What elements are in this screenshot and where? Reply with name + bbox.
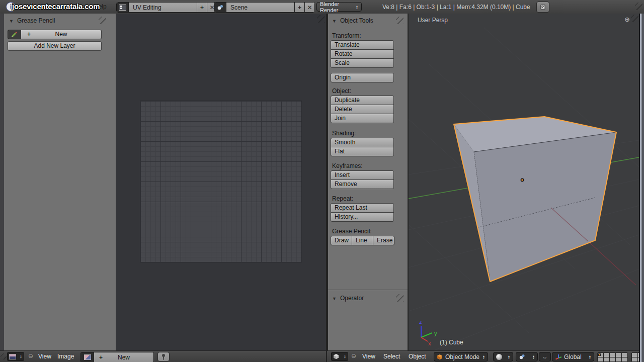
join-button[interactable]: Join <box>331 114 394 123</box>
repeat-last-button[interactable]: Repeat Last <box>331 203 394 213</box>
layer-buttons-group-1[interactable] <box>597 352 628 362</box>
gizmo-x-label: x <box>428 340 431 346</box>
transform-orientation-dropdown[interactable]: Global ▲▼ <box>552 352 594 361</box>
operator-panel-header[interactable]: ▼Operator <box>332 295 364 302</box>
smooth-button[interactable]: Smooth <box>331 138 394 147</box>
uv-footer-corner-grip[interactable] <box>1 353 7 359</box>
scene-name-field[interactable]: Scene <box>226 3 294 12</box>
translate-button[interactable]: Translate <box>331 40 394 50</box>
image-icon <box>84 354 91 360</box>
window-duplicate-button[interactable] <box>536 2 549 13</box>
object-tools-panel-header[interactable]: ▼Object Tools <box>332 17 373 24</box>
workspace-selector[interactable]: UV Editing + ✕ <box>116 2 217 13</box>
keyframes-section-label: Keyframes: <box>332 162 363 169</box>
editor-type-button-3d[interactable]: ▲▼ <box>331 352 348 361</box>
workspace-name-field[interactable]: UV Editing <box>128 3 197 12</box>
editor-type-button-image[interactable]: ▲▼ <box>7 352 24 361</box>
add-new-layer-button[interactable]: Add New Layer <box>8 41 102 51</box>
plus-icon: + <box>27 30 31 39</box>
pin-icon <box>160 353 167 360</box>
operator-panel-grip[interactable] <box>396 294 404 302</box>
delete-button[interactable]: Delete <box>331 105 394 114</box>
uv-image-editor-canvas[interactable] <box>116 14 326 350</box>
scene-stats: Ve:8 | Fa:6 | Ob:1-3 | La:1 | Mem:4.32M … <box>382 4 530 11</box>
grease-pencil-panel-header[interactable]: ▼Grease Pencil <box>9 17 55 24</box>
viewport-footer: ▲▼ ⊖ View Select Object Object Mode ▲▼ ▲… <box>326 350 644 362</box>
object-tools-panel-grip[interactable] <box>396 17 404 24</box>
layer-cell[interactable] <box>632 357 637 361</box>
gp-line-button[interactable]: Line <box>352 236 373 245</box>
add-scene-button[interactable]: + <box>294 3 304 12</box>
close-scene-button[interactable]: ✕ <box>304 3 314 12</box>
info-header: i Help josevicentecarratala.com UV Editi… <box>0 0 644 14</box>
add-workspace-button[interactable]: + <box>197 3 207 12</box>
history-button[interactable]: History... <box>331 212 394 222</box>
vp-view-menu[interactable]: View <box>360 351 377 362</box>
screen-layout-icon[interactable] <box>117 3 128 12</box>
layer-cell[interactable] <box>616 357 621 361</box>
panel-separator <box>328 290 408 290</box>
new-image-button[interactable]: + New <box>94 352 153 362</box>
origin-button[interactable]: Origin <box>331 73 394 82</box>
pivot-point-dropdown[interactable]: ▲▼ <box>516 352 538 361</box>
layer-cell[interactable] <box>604 357 609 361</box>
dropdown-arrows-icon: ▲▼ <box>530 355 535 359</box>
dropdown-arrows-icon: ▲▼ <box>353 5 358 9</box>
uv-view-menu[interactable]: View <box>36 351 53 362</box>
collapse-menus-icon[interactable]: ⊖ <box>28 352 33 359</box>
layer-cell[interactable] <box>632 353 637 357</box>
layer-cell[interactable] <box>610 353 615 357</box>
layer-cell-active[interactable] <box>598 353 603 357</box>
cube-object[interactable] <box>454 117 616 282</box>
gp-draw-button[interactable]: Draw <box>331 236 352 245</box>
layer-cell[interactable] <box>598 357 603 361</box>
remove-keyframe-button[interactable]: Remove <box>331 179 394 189</box>
proportional-edit-button[interactable]: ⇔ <box>539 352 551 361</box>
gizmo-y-label: y <box>434 330 437 336</box>
grease-pencil-new-button[interactable]: + New <box>21 30 102 39</box>
collapse-menus-icon[interactable]: ⊖ <box>351 352 356 359</box>
grease-pencil-panel-grip[interactable] <box>99 17 106 24</box>
insert-keyframe-button[interactable]: Insert <box>331 170 394 180</box>
window-icon <box>540 4 546 10</box>
grease-pencil-shelf: ▼Grease Pencil + New Add New Layer <box>4 14 116 350</box>
uv-image-menu[interactable]: Image <box>55 351 76 362</box>
image-editor-icon <box>9 354 16 359</box>
duplicate-button[interactable]: Duplicate <box>331 96 394 105</box>
layer-cell[interactable] <box>622 353 627 357</box>
pin-image-button[interactable] <box>157 352 170 361</box>
layer-cell[interactable] <box>604 353 609 357</box>
vp-select-menu[interactable]: Select <box>381 351 402 362</box>
transform-section-label: Transform: <box>332 32 361 39</box>
panel-collapse-icon[interactable]: ▼ <box>332 296 337 301</box>
gp-erase-button[interactable]: Erase <box>373 236 394 245</box>
object-section-label: Object: <box>332 87 351 95</box>
header-corner-grip[interactable] <box>635 3 642 10</box>
scale-button[interactable]: Scale <box>331 58 394 68</box>
uv-editor-corner-grip[interactable] <box>317 15 325 23</box>
layer-cell[interactable] <box>610 357 615 361</box>
panel-collapse-icon[interactable]: ▼ <box>9 19 14 24</box>
rotate-button[interactable]: Rotate <box>331 49 394 59</box>
layer-cell[interactable] <box>622 357 627 361</box>
active-layer-dot <box>598 353 601 356</box>
viewport-3d[interactable]: z y x User Persp ⊕ (1) Cube <box>409 14 639 350</box>
scene-icon[interactable] <box>214 3 226 12</box>
add-properties-region-icon[interactable]: ⊕ <box>624 16 630 23</box>
flat-button[interactable]: Flat <box>331 147 394 156</box>
uv-editor-footer: ▲▼ ⊖ View Image + New <box>0 350 326 362</box>
viewport-corner-grip[interactable] <box>631 15 638 22</box>
vp-object-menu[interactable]: Object <box>407 351 428 362</box>
proportional-edit-icon: ⇔ <box>542 354 548 360</box>
grease-pencil-draw-icon-button[interactable] <box>8 30 21 39</box>
right-region-edge[interactable] <box>639 14 644 362</box>
render-engine-dropdown[interactable]: Blender Render ▲▼ <box>316 2 362 12</box>
object-origin-dot <box>521 178 523 181</box>
viewport-shading-dropdown[interactable]: ▲▼ <box>493 352 513 361</box>
browse-image-icon-button[interactable] <box>81 352 94 362</box>
panel-collapse-icon[interactable]: ▼ <box>332 19 337 24</box>
viewport-3d-icon <box>333 353 339 359</box>
layer-cell[interactable] <box>616 353 621 357</box>
interaction-mode-dropdown[interactable]: Object Mode ▲▼ <box>434 352 488 361</box>
scene-selector[interactable]: Scene + ✕ <box>214 2 315 13</box>
